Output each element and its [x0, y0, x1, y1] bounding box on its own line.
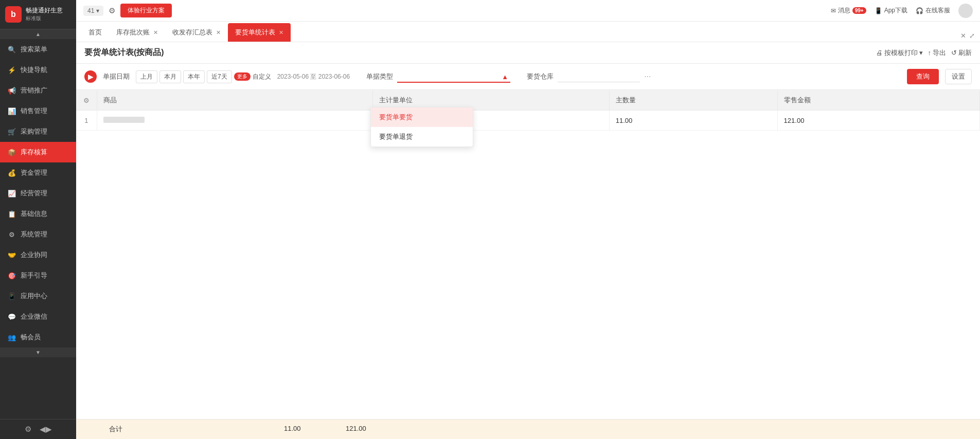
trial-btn[interactable]: 体验行业方案 — [120, 4, 172, 17]
sidebar-item-11[interactable]: 🎯 新手引导 — [0, 265, 76, 286]
filter-expand-btn[interactable]: ▶ — [84, 70, 97, 83]
sidebar-item-4[interactable]: 🛒 采购管理 — [0, 121, 76, 142]
tab-3[interactable]: 要货单统计表✕ — [228, 23, 291, 42]
sidebar-item-2[interactable]: 📢 营销推广 — [0, 80, 76, 101]
export-btn[interactable]: ↑ 导出 — [928, 48, 947, 58]
nav-label-5: 库存核算 — [21, 148, 47, 157]
nav-label-10: 企业协同 — [21, 250, 47, 260]
nav-label-13: 企业微信 — [21, 312, 47, 321]
tab-close-3[interactable]: ✕ — [279, 29, 283, 36]
sidebar-item-10[interactable]: 🤝 企业协同 — [0, 245, 76, 265]
collapse-icon[interactable]: ◀▶ — [40, 425, 52, 434]
date-btn-this-month[interactable]: 本月 — [159, 70, 181, 83]
warehouse-filter-input[interactable] — [558, 71, 640, 82]
table-footer: 合计 11.00 121.00 — [76, 419, 980, 439]
more-badge[interactable]: 更多 — [234, 72, 251, 81]
tab-count-selector[interactable]: 41 ▾ — [83, 6, 103, 16]
sidebar-scroll-down[interactable]: ▼ — [0, 347, 76, 357]
warehouse-filter-label: 要货仓库 — [527, 72, 554, 81]
refresh-label: 刷新 — [958, 48, 972, 58]
tab-0[interactable]: 首页 — [81, 23, 109, 42]
sidebar-item-3[interactable]: 📊 销售管理 — [0, 101, 76, 121]
message-icon: ✉ — [831, 7, 836, 14]
filter-warehouse-section: 要货仓库 ··· — [527, 71, 651, 82]
print-btn[interactable]: 🖨 按模板打印 ▾ — [876, 48, 923, 58]
sidebar-item-5[interactable]: 📦 库存核算 — [0, 142, 76, 162]
main-area: 41 ▾ ⚙ 体验行业方案 ✉ 消息 99+ 📱 App下载 🎧 在线客服 首页… — [76, 0, 980, 439]
phone-icon: 📱 — [875, 7, 882, 14]
col-settings[interactable]: ⚙ — [76, 90, 97, 111]
nav-icon-11: 🎯 — [7, 271, 16, 280]
nav-label-1: 快捷导航 — [21, 65, 47, 75]
print-label: 按模板打印 — [884, 48, 918, 58]
type-filter-input[interactable] — [397, 71, 510, 83]
tab-2[interactable]: 收发存汇总表✕ — [165, 23, 228, 42]
date-btn-this-year[interactable]: 本年 — [183, 70, 205, 83]
maximize-icon[interactable]: ⤢ — [969, 32, 975, 40]
header-settings-icon[interactable]: ⚙ — [109, 6, 115, 15]
dropdown-item-1[interactable]: 要货单退货 — [371, 127, 473, 147]
sidebar-item-6[interactable]: 💰 资金管理 — [0, 162, 76, 183]
type-filter-arrow[interactable]: ▲ — [502, 73, 508, 81]
app-download-label: App下载 — [884, 6, 907, 15]
online-service-btn[interactable]: 🎧 在线客服 — [916, 6, 950, 15]
data-table: ⚙ 商品 主计量单位 主数量 零售金额 1 块 11.00 121.00 — [76, 90, 980, 131]
page-content: 要货单统计表(按商品) 🖨 按模板打印 ▾ ↑ 导出 ↺ 刷新 ▶ — [76, 42, 980, 439]
nav-label-2: 营销推广 — [21, 86, 47, 95]
sidebar-item-0[interactable]: 🔍 搜索菜单 — [0, 39, 76, 60]
date-btn-last-7[interactable]: 近7天 — [207, 70, 232, 83]
nav-icon-4: 🛒 — [7, 127, 16, 136]
filter-settings-btn[interactable]: 设置 — [945, 69, 972, 84]
cell-product-0 — [97, 111, 372, 131]
nav-icon-5: 📦 — [7, 148, 16, 157]
tabs-right-icons: ✕ ⤢ — [960, 32, 975, 42]
sidebar-item-14[interactable]: 👥 畅会员 — [0, 327, 76, 347]
page-title: 要货单统计表(按商品) — [84, 47, 164, 58]
header-right: ✉ 消息 99+ 📱 App下载 🎧 在线客服 — [831, 4, 973, 18]
column-settings-icon[interactable]: ⚙ — [82, 97, 91, 104]
cell-no-0: 1 — [76, 111, 97, 131]
col-qty: 主数量 — [609, 90, 777, 111]
brand-sub: 标准版 — [26, 15, 63, 22]
nav-icon-8: 📋 — [7, 209, 16, 218]
tab-close-1[interactable]: ✕ — [153, 29, 158, 36]
sidebar-item-1[interactable]: ⚡ 快捷导航 — [0, 60, 76, 80]
footer-total-label: 合计 — [103, 425, 216, 434]
type-dropdown-menu: 要货单要货 要货单退货 — [370, 107, 473, 147]
refresh-icon: ↺ — [951, 49, 957, 57]
sidebar-scroll-up[interactable]: ▲ — [0, 29, 76, 39]
avatar[interactable] — [958, 4, 973, 18]
filter-more-btn[interactable]: ··· — [644, 72, 651, 81]
sidebar-item-13[interactable]: 💬 企业微信 — [0, 306, 76, 327]
messages-btn[interactable]: ✉ 消息 99+ — [831, 6, 866, 15]
tab-1[interactable]: 库存批次账✕ — [109, 23, 165, 42]
nav-icon-3: 📊 — [7, 106, 16, 116]
tab-count: 41 — [87, 7, 94, 14]
custom-date-btn[interactable]: 自定义 — [253, 72, 271, 81]
sidebar-bottom: ⚙ ◀▶ — [0, 419, 76, 439]
cell-amount-0: 121.00 — [777, 111, 979, 131]
query-btn[interactable]: 查询 — [907, 69, 939, 84]
service-icon: 🎧 — [916, 7, 923, 14]
sidebar-item-7[interactable]: 📈 经营管理 — [0, 183, 76, 204]
date-btn-last-month[interactable]: 上月 — [136, 70, 157, 83]
sidebar-item-9[interactable]: ⚙ 系统管理 — [0, 224, 76, 245]
nav-label-7: 经营管理 — [21, 189, 47, 198]
refresh-btn[interactable]: ↺ 刷新 — [951, 48, 972, 58]
brand-name: 畅捷通好生意 — [26, 7, 63, 15]
nav-icon-13: 💬 — [7, 312, 16, 321]
app-download-btn[interactable]: 📱 App下载 — [875, 6, 907, 15]
tab-close-2[interactable]: ✕ — [216, 29, 221, 36]
export-icon: ↑ — [928, 49, 932, 57]
dropdown-item-0[interactable]: 要货单要货 — [371, 107, 473, 127]
close-all-icon[interactable]: ✕ — [960, 32, 966, 40]
sidebar-nav: ▲ 🔍 搜索菜单 ⚡ 快捷导航 📢 营销推广 📊 销售管理 🛒 采购管理 📦 库… — [0, 29, 76, 419]
tabs-bar: 首页库存批次账✕收发存汇总表✕要货单统计表✕ ✕ ⤢ — [76, 22, 980, 42]
sidebar: b 畅捷通好生意 标准版 ▲ 🔍 搜索菜单 ⚡ 快捷导航 📢 营销推广 📊 销售… — [0, 0, 76, 439]
nav-icon-7: 📈 — [7, 189, 16, 198]
sidebar-item-8[interactable]: 📋 基础信息 — [0, 204, 76, 224]
print-icon: 🖨 — [876, 49, 883, 57]
sidebar-item-12[interactable]: 📱 应用中心 — [0, 286, 76, 306]
type-input-wrapper: ▲ — [397, 71, 510, 83]
settings-icon[interactable]: ⚙ — [25, 425, 31, 434]
